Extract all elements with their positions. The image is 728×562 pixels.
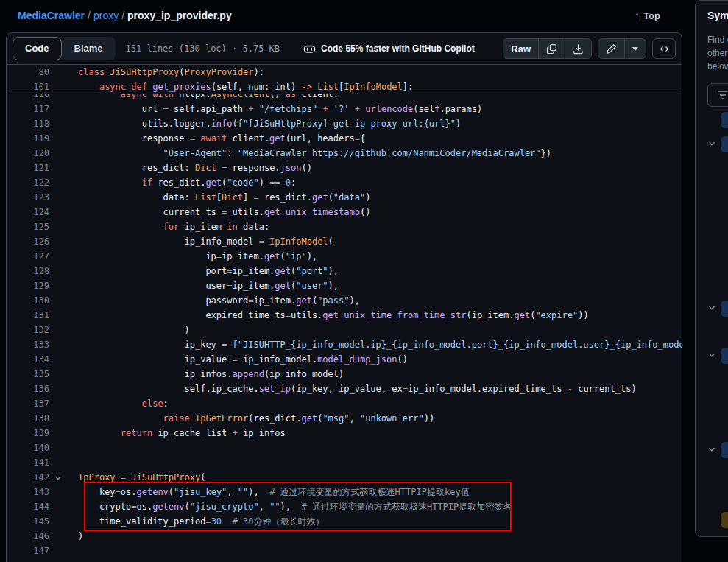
code-text: return ip_cache_list + ip_infos [78,426,286,440]
breadcrumb-separator: / [85,10,93,21]
breadcrumb-repo-link[interactable]: MediaCrawler [18,10,85,21]
symbol-chip[interactable] [721,442,728,458]
symbols-panel-description: Find definitions and references for func… [707,33,728,73]
download-button[interactable] [565,39,591,58]
line-number[interactable]: 134 [7,352,49,367]
line-number[interactable]: 132 [7,323,49,337]
symbols-panel-toggle[interactable] [652,38,676,59]
line-number[interactable]: 120 [7,146,49,161]
code-text: key=os.getenv("jisu_key", ""), # 通过环境变量的… [78,485,470,499]
code-text: ) [78,529,83,544]
line-number[interactable]: 147 [7,544,49,558]
code-line: 127 ip=ip_item.get("ip"), [7,249,682,264]
code-text: response = await client.get(url, headers… [78,131,365,146]
chevron-down-icon[interactable] [707,350,718,362]
edit-dropdown-button[interactable] [624,39,646,58]
line-number[interactable]: 125 [7,219,49,234]
code-line: 147 [7,544,682,558]
symbol-chip[interactable] [721,112,728,128]
symbol-row [696,111,728,129]
line-number[interactable]: 121 [7,161,49,175]
line-number[interactable]: 138 [7,411,49,426]
symbols-panel: Symbols Find definitions and references … [695,0,728,537]
line-number[interactable]: 144 [7,499,49,514]
back-to-top-link[interactable]: ↑Top [635,10,660,21]
code-line: 146) [7,529,682,544]
line-number[interactable]: 126 [7,234,49,249]
line-number[interactable]: 127 [7,249,49,264]
symbol-row [696,511,728,529]
code-line: 122 if res_dict.get("code") == 0: [7,175,682,190]
code-text: ) [78,323,190,337]
breadcrumb-folder-link[interactable]: proxy [93,10,119,21]
chevron-down-icon [632,47,638,51]
symbol-row [696,300,728,317]
breadcrumb-separator: / [119,10,127,21]
line-number[interactable]: 101 [7,80,49,94]
code-text: ip_info_model = IpInfoModel( [78,234,333,249]
code-text: crypto=os.getenv("jisu_crypto", ""), # 通… [78,499,512,514]
symbol-chip[interactable] [721,136,728,152]
line-number[interactable]: 124 [7,205,49,219]
chevron-down-icon[interactable] [707,303,718,315]
code-line: 80class JiSuHttpProxy(ProxyProvider): [7,65,682,80]
symbol-chip[interactable] [721,512,728,528]
copilot-banner[interactable]: Code 55% faster with GitHub Copilot [303,43,475,55]
filter-symbols-button[interactable] [707,83,728,107]
download-icon [573,43,584,55]
raw-button[interactable]: Raw [503,39,538,58]
line-number[interactable]: 129 [7,278,49,293]
code-line: 136 self.ip_cache.set_ip(ip_key, ip_valu… [7,382,682,396]
line-number[interactable]: 141 [7,455,49,470]
line-number[interactable]: 133 [7,337,49,352]
code-text: ip_key = f"JISUHTTP_{ip_info_model.ip}_{… [78,337,682,352]
chevron-down-icon[interactable] [707,138,718,150]
line-number[interactable]: 80 [7,65,49,80]
line-number[interactable]: 122 [7,175,49,190]
symbol-chip[interactable] [721,348,728,364]
tab-blame[interactable]: Blame [62,37,116,60]
line-number[interactable]: 139 [7,426,49,440]
code-text: ip_value = ip_info_model.model_dump_json… [78,352,408,367]
code-line: 134 ip_value = ip_info_model.model_dump_… [7,352,682,367]
line-number[interactable]: 145 [7,514,49,529]
line-number[interactable]: 130 [7,293,49,308]
symbol-row [696,136,728,153]
code-text: async def get_proxies(self, num: int) ->… [78,80,413,94]
code-text: class JiSuHttpProxy(ProxyProvider): [78,65,264,80]
code-line: 138 raise IpGetError(res_dict.get("msg",… [7,411,682,426]
line-number[interactable]: 117 [7,102,49,116]
line-number[interactable]: 137 [7,396,49,411]
copy-button[interactable] [538,39,565,58]
file-header-band: MediaCrawler/proxy/proxy_ip_provider.py … [0,0,695,32]
line-number[interactable]: 140 [7,440,49,455]
line-number[interactable]: 119 [7,131,49,146]
code-line: 140 [7,440,682,455]
line-number[interactable]: 128 [7,264,49,278]
code-line: 101 async def get_proxies(self, num: int… [7,80,682,94]
breadcrumb: MediaCrawler/proxy/proxy_ip_provider.py [18,10,232,21]
code-text: self.ip_cache.set_ip(ip_key, ip_value, e… [78,382,637,396]
edit-button[interactable] [598,39,624,58]
code-line: 145 time_validity_period=30 # 30分钟（最长时效） [7,514,682,529]
fold-chevron-icon[interactable] [54,472,66,484]
symbols-panel-title: Symbols [707,10,728,21]
symbol-chip[interactable] [721,301,728,317]
code-line: 142IpProxy = JiSuHttpProxy( [7,470,682,485]
line-number[interactable]: 118 [7,116,49,131]
line-number[interactable]: 142 [7,470,49,485]
arrow-up-icon: ↑ [635,10,640,21]
line-number[interactable]: 136 [7,382,49,396]
line-number[interactable]: 131 [7,308,49,323]
line-number[interactable]: 135 [7,367,49,382]
copy-icon [546,43,557,55]
line-number[interactable]: 143 [7,485,49,499]
code-text: if res_dict.get("code") == 0: [78,175,296,190]
code-line: 123 data: List[Dict] = res_dict.get("dat… [7,190,682,205]
code-blame-switch: Code Blame [13,37,116,60]
copilot-icon [303,43,316,55]
chevron-down-icon[interactable] [707,444,718,456]
line-number[interactable]: 146 [7,529,49,544]
tab-code[interactable]: Code [13,37,62,60]
line-number[interactable]: 123 [7,190,49,205]
